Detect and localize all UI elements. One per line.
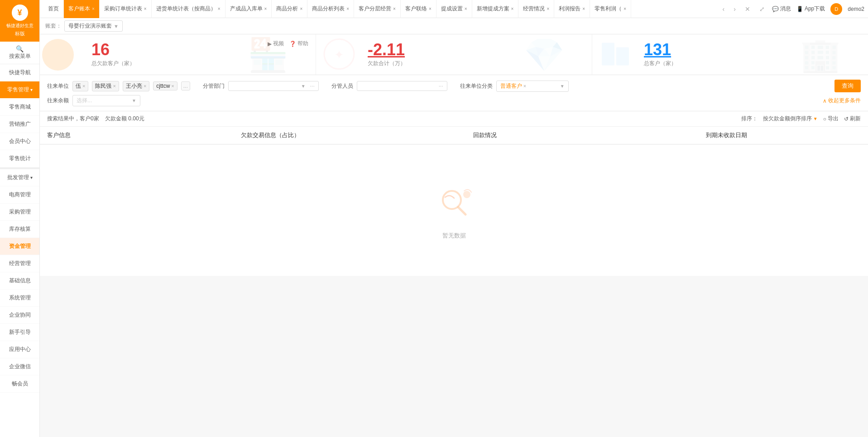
- sidebar-item-enterprise[interactable]: 企业协同: [0, 307, 39, 324]
- sidebar-item-app-center[interactable]: 应用中心: [0, 341, 39, 358]
- remove-tag-wx[interactable]: ×: [144, 83, 146, 89]
- tab-close-product-analysis-list[interactable]: ×: [346, 6, 349, 11]
- svg-point-2: [324, 39, 354, 69]
- person-dropdown[interactable]: ···: [357, 81, 447, 91]
- filter-tag-cz: 陈民强 ×: [92, 81, 119, 91]
- remove-tag-cw[interactable]: ×: [82, 83, 85, 89]
- sidebar-item-purchase[interactable]: 采购管理: [0, 204, 39, 221]
- remove-unit-class-tag[interactable]: ×: [523, 83, 526, 89]
- tab-retail-profit[interactable]: 零售利润（ ×: [590, 0, 631, 18]
- unit-class-tag: 普通客户 ×: [500, 82, 526, 90]
- balance-placeholder: 选择...: [77, 97, 92, 104]
- query-button[interactable]: 查询: [834, 80, 861, 92]
- sidebar-item-newbie[interactable]: 新手引导: [0, 324, 39, 341]
- stat-customers-info: 16 总欠款客户（家）: [91, 42, 135, 67]
- tab-expand[interactable]: ⤢: [758, 5, 767, 13]
- refresh-button[interactable]: ↺ 刷新: [844, 115, 861, 123]
- sidebar-item-retail-stats[interactable]: 零售统计: [0, 150, 39, 167]
- filter-more-btn[interactable]: ...: [181, 81, 190, 90]
- stat-total-all: 131 总客户（家） 🏢: [592, 34, 868, 75]
- main-area: 首页 客户账本 × 采购订单统计表 × 进货单统计表（按商品） × 产成品入库单…: [40, 0, 868, 437]
- tab-product-analysis[interactable]: 商品分析 ×: [272, 0, 307, 18]
- tab-profit-report[interactable]: 利润报告 ×: [554, 0, 590, 18]
- tab-close-product-analysis[interactable]: ×: [300, 6, 302, 11]
- stat-help-links: ▶ 视频 ❓ 帮助: [268, 40, 308, 48]
- sidebar-item-member[interactable]: 会员中心: [0, 133, 39, 150]
- tab-promo-settings[interactable]: 提成设置 ×: [436, 0, 472, 18]
- sidebar-item-finance[interactable]: 资金管理: [0, 238, 39, 255]
- sort-arrow: ▼: [813, 116, 818, 121]
- sidebar-item-inventory[interactable]: 库存核算: [0, 221, 39, 238]
- remove-tag-cjttcw[interactable]: ×: [171, 83, 174, 89]
- stat-bg-icon-2: ✦: [323, 38, 355, 71]
- remove-tag-cz[interactable]: ×: [113, 83, 115, 89]
- user-name[interactable]: demo2: [848, 6, 864, 12]
- app-download-button[interactable]: 📱 App下载: [796, 5, 825, 13]
- stat-total-label: 总客户（家）: [644, 60, 676, 67]
- tab-nav-next[interactable]: ›: [732, 5, 738, 13]
- export-button[interactable]: ○ 导出: [823, 115, 839, 123]
- sidebar-logo: ¥ 畅捷通好生意 标版: [0, 0, 39, 42]
- filter-tag-cw: 伍 ×: [72, 81, 88, 91]
- tab-close-business-status[interactable]: ×: [547, 6, 549, 11]
- tab-close-retail-profit[interactable]: ×: [623, 6, 626, 11]
- tab-stock-stats[interactable]: 进货单统计表（按商品） ×: [152, 0, 225, 18]
- tab-close-purchase-stats[interactable]: ×: [144, 6, 147, 11]
- unit-class-dropdown[interactable]: 普通客户 × ▼: [496, 81, 569, 92]
- tab-close-stock-stats[interactable]: ×: [218, 6, 221, 11]
- sidebar-item-ecommerce[interactable]: 电商管理: [0, 186, 39, 204]
- empty-state: 暂无数据: [40, 145, 868, 276]
- balance-label: 往来余额: [47, 97, 69, 104]
- sidebar-item-basic-info[interactable]: 基础信息: [0, 272, 39, 290]
- person-label: 分管人员: [331, 82, 353, 90]
- search-menu-item[interactable]: 🔍 搜索菜单: [0, 42, 39, 64]
- tab-purchase-stats[interactable]: 采购订单统计表 ×: [100, 0, 152, 18]
- account-selector-dropdown[interactable]: 母婴行业演示账套 ▼: [64, 20, 123, 32]
- stat-bg-icon-3b: 🏢: [800, 35, 841, 74]
- sidebar-item-marketing[interactable]: 营销推广: [0, 116, 39, 133]
- user-avatar: D: [830, 3, 842, 15]
- tab-close-all[interactable]: ✕: [743, 5, 752, 13]
- sidebar-item-enterprise-wechat[interactable]: 企业微信: [0, 358, 39, 375]
- dept-dropdown[interactable]: ▼ ···: [228, 81, 319, 91]
- tab-close-profit-report[interactable]: ×: [582, 6, 585, 11]
- sidebar-item-operations[interactable]: 经营管理: [0, 255, 39, 272]
- tab-customer-segment[interactable]: 客户分层经营 ×: [354, 0, 401, 18]
- dept-label: 分管部门: [203, 82, 225, 90]
- top-bar: 首页 客户账本 × 采购订单统计表 × 进货单统计表（按商品） × 产成品入库单…: [40, 0, 868, 18]
- chevron-up-icon: ∧: [823, 98, 827, 104]
- sidebar-item-wholesale[interactable]: 批发管理 ▾: [0, 169, 39, 186]
- video-link[interactable]: ▶ 视频: [268, 40, 284, 48]
- table-toolbar-right: 排序： 按欠款金额倒序排序 ▼ ○ 导出 ↺ 刷新: [741, 115, 861, 123]
- svg-rect-4: [602, 43, 614, 65]
- svg-point-6: [432, 182, 476, 225]
- balance-dropdown[interactable]: 选择... ▼: [72, 95, 140, 106]
- tab-close-promo-settings[interactable]: ×: [465, 6, 467, 11]
- tab-close-customer-contact[interactable]: ×: [429, 6, 432, 11]
- sidebar-item-system[interactable]: 系统管理: [0, 290, 39, 307]
- tab-new-promo[interactable]: 新增提成方案 ×: [472, 0, 519, 18]
- tab-close-customer-book[interactable]: ×: [92, 6, 95, 11]
- tab-customer-book[interactable]: 客户账本 ×: [64, 0, 100, 18]
- stat-total-info: 131 总客户（家）: [644, 42, 676, 67]
- system-bar: 账套： 母婴行业演示账套 ▼: [40, 18, 868, 34]
- tab-close-cost-stock[interactable]: ×: [264, 6, 267, 11]
- sidebar-item-quick-nav[interactable]: 快捷导航: [0, 64, 39, 81]
- tab-product-analysis-list[interactable]: 商品分析列表 ×: [307, 0, 354, 18]
- tab-nav-prev[interactable]: ‹: [721, 5, 727, 13]
- collapse-btn[interactable]: ∧ 收起更多条件: [823, 97, 861, 104]
- tab-business-status[interactable]: 经营情况 ×: [518, 0, 554, 18]
- tab-close-customer-segment[interactable]: ×: [393, 6, 396, 11]
- sort-dropdown[interactable]: 按欠款金额倒序排序 ▼: [763, 115, 818, 123]
- sidebar-item-plus-member[interactable]: 畅会员: [0, 375, 39, 393]
- table-area: 搜索结果中，客户0家 欠款金额 0.00元 排序： 按欠款金额倒序排序 ▼ ○ …: [40, 111, 868, 276]
- tab-customer-contact[interactable]: 客户联络 ×: [401, 0, 436, 18]
- tab-cost-stock[interactable]: 产成品入库单 ×: [225, 0, 272, 18]
- message-button[interactable]: 💬 消息: [772, 5, 791, 13]
- tab-close-new-promo[interactable]: ×: [511, 6, 514, 11]
- help-link[interactable]: ❓ 帮助: [289, 40, 308, 48]
- sidebar-item-retail-mgmt[interactable]: 零售管理 ▾: [0, 81, 39, 99]
- tab-home[interactable]: 首页: [43, 0, 64, 18]
- sidebar-item-retail-mall[interactable]: 零售商城: [0, 99, 39, 116]
- stats-row: ¥ 16 总欠款客户（家） ▶ 视频 ❓ 帮助 🏪: [40, 34, 868, 75]
